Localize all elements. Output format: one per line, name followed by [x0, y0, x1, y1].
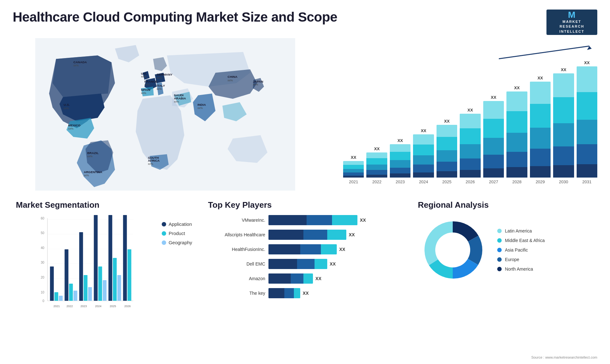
svg-rect-35 — [113, 258, 117, 301]
brazil-value: xx% — [87, 155, 93, 158]
player-value: XX — [339, 247, 345, 252]
x-label-2021: 2021 — [343, 179, 364, 184]
bar-group-2026: XX — [460, 108, 480, 178]
seg-svg-chart: 60 50 40 30 20 10 0 — [16, 215, 155, 317]
player-bar-seg3 — [315, 259, 327, 269]
x-label-2026: 2026 — [460, 179, 480, 184]
prod-label: Product — [169, 231, 185, 236]
bar-stack-2029 — [530, 82, 551, 178]
player-bar — [268, 259, 327, 269]
player-row: AmazonXX — [208, 273, 402, 284]
bar-stack-2025 — [437, 125, 457, 178]
bar-stack-2030 — [553, 73, 574, 178]
logo-line2: RESEARCH — [559, 24, 584, 29]
player-value: XX — [330, 261, 336, 266]
x-label-2027: 2027 — [483, 179, 504, 184]
bar-label-2028: XX — [514, 85, 519, 90]
bar-group-2021: XX — [343, 155, 364, 178]
bar-segment — [343, 169, 364, 173]
bar-segment — [390, 173, 410, 178]
app-dot — [162, 222, 166, 226]
donut-chart — [418, 215, 488, 285]
bar-segment — [506, 167, 527, 178]
bar-group-2027: XX — [483, 95, 504, 178]
svg-text:2024: 2024 — [95, 305, 101, 308]
svg-rect-20 — [59, 296, 63, 301]
svg-text:40: 40 — [41, 246, 44, 250]
north-america-label: North America — [505, 266, 533, 272]
svg-text:2025: 2025 — [110, 305, 116, 308]
bar-segment — [553, 97, 574, 123]
bar-label-2030: XX — [561, 67, 566, 72]
seg-legend: Application Product Geography — [162, 215, 192, 245]
bar-segment — [483, 168, 504, 178]
player-bar-container: XX — [268, 259, 402, 269]
world-map: CANADA xx% U.S. xx% MEXICO xx% BRAZIL xx… — [13, 38, 318, 191]
asia-pacific-dot — [497, 248, 502, 252]
india-value: xx% — [197, 106, 203, 110]
bar-group-2029: XX — [530, 76, 551, 178]
brazil-label: BRAZIL — [87, 151, 99, 155]
svg-rect-39 — [127, 249, 131, 301]
bar-segment — [460, 114, 480, 128]
bar-stack-2022 — [366, 152, 387, 178]
regional-legend: Latin America Middle East & Africa Asia … — [497, 228, 545, 272]
bar-segment — [530, 128, 551, 149]
bar-group-2025: XX — [437, 119, 457, 178]
bar-group-2030: XX — [553, 67, 574, 178]
x-label-2030: 2030 — [553, 179, 574, 184]
x-label-2029: 2029 — [530, 179, 551, 184]
bar-segment — [390, 144, 410, 152]
germany-value: xx% — [157, 76, 162, 79]
bar-segment — [343, 165, 364, 169]
bar-chart: XXXXXXXXXXXXXXXXXXXXXX 20212022202320242… — [343, 41, 597, 178]
bar-segment — [530, 82, 551, 104]
bar-stack-2028 — [506, 91, 527, 178]
player-name: Amazon — [208, 276, 265, 281]
bar-label-2029: XX — [538, 76, 543, 80]
bar-segment — [506, 111, 527, 133]
player-bar-seg2 — [291, 273, 303, 284]
logo-area: M MARKET RESEARCH INTELLECT — [546, 10, 597, 35]
bar-segment — [413, 155, 434, 165]
bar-segment — [553, 165, 574, 178]
latin-america-dot — [497, 229, 502, 233]
bar-stack-2026 — [460, 114, 480, 178]
mexico-value: xx% — [68, 127, 74, 130]
bar-segment — [343, 176, 364, 178]
bar-segment — [483, 101, 504, 118]
donut-area: Latin America Middle East & Africa Asia … — [418, 215, 594, 285]
x-label-2028: 2028 — [506, 179, 527, 184]
spain-label: SPAIN — [141, 88, 150, 91]
x-label-2024: 2024 — [413, 179, 434, 184]
bar-label-2021: XX — [351, 155, 356, 160]
svg-text:0: 0 — [43, 299, 44, 303]
bar-group-2024: XX — [413, 128, 434, 178]
svg-rect-34 — [108, 215, 112, 301]
north-america-dot — [497, 267, 502, 271]
safrica-label2: AFRICA — [148, 159, 159, 162]
europe-label: Europe — [505, 257, 519, 262]
players-section: Top Key Players VMwareInc.XXAllscripts H… — [202, 197, 408, 337]
safrica-value: xx% — [148, 162, 153, 165]
player-bar-seg3 — [327, 230, 346, 240]
player-bar — [268, 215, 357, 225]
bar-segment — [577, 144, 597, 164]
svg-text:2022: 2022 — [66, 305, 73, 308]
logo-line1: MARKET — [562, 19, 581, 24]
x-label-2031: 2031 — [577, 179, 597, 184]
bar-label-2026: XX — [467, 108, 473, 112]
bar-segment — [530, 149, 551, 166]
svg-rect-30 — [94, 215, 98, 301]
europe-dot — [497, 257, 502, 262]
japan-value: xx% — [253, 83, 258, 86]
x-label-2022: 2022 — [366, 179, 387, 184]
svg-text:2023: 2023 — [80, 305, 87, 308]
bar-stack-2027 — [483, 101, 504, 178]
svg-text:2021: 2021 — [53, 305, 60, 308]
bar-segment — [553, 123, 574, 146]
bar-segment — [366, 165, 387, 170]
player-bar-seg1 — [268, 230, 303, 240]
bar-label-2024: XX — [421, 128, 426, 133]
middle-east-label: Middle East & Africa — [505, 238, 545, 243]
